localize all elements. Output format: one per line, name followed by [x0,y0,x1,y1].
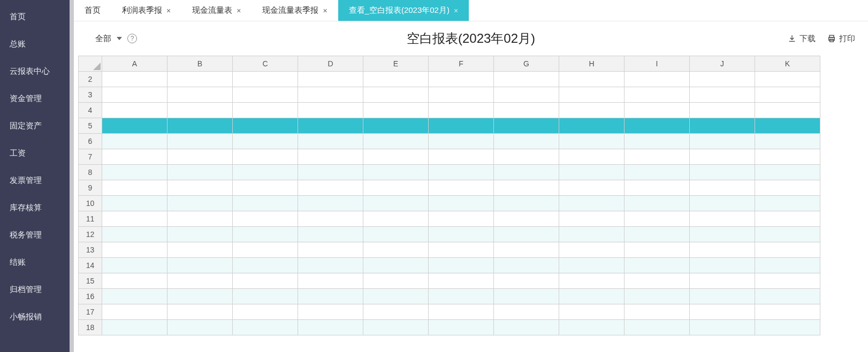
cell[interactable] [363,273,429,289]
cell[interactable] [233,196,298,211]
cell[interactable] [363,258,429,273]
cell[interactable] [233,134,298,149]
cell[interactable] [625,227,690,242]
cell[interactable] [690,180,755,196]
cell[interactable] [102,242,167,258]
row-header[interactable]: 15 [79,273,102,289]
column-header[interactable]: H [559,56,625,72]
cell[interactable] [755,304,820,320]
cell[interactable] [755,227,820,242]
cell[interactable] [559,196,625,211]
row-header[interactable]: 10 [79,196,102,211]
cell[interactable] [363,196,429,211]
cell[interactable] [429,118,494,134]
cell[interactable] [690,227,755,242]
cell[interactable] [559,118,625,134]
cell[interactable] [167,196,233,211]
tab-view-blank-report[interactable]: 查看_空白报表(2023年02月) × [338,0,469,21]
cell[interactable] [559,149,625,165]
cell[interactable] [625,72,690,87]
cell[interactable] [690,134,755,149]
cell[interactable] [167,134,233,149]
column-header[interactable]: B [167,56,233,72]
cell[interactable] [167,273,233,289]
cell[interactable] [494,258,559,273]
cell[interactable] [690,196,755,211]
close-icon[interactable]: × [323,6,327,15]
row-header[interactable]: 9 [79,180,102,196]
column-header[interactable]: I [625,56,690,72]
cell[interactable] [494,149,559,165]
cell[interactable] [429,196,494,211]
cell[interactable] [233,118,298,134]
cell[interactable] [625,211,690,227]
cell[interactable] [559,242,625,258]
cell[interactable] [690,289,755,304]
cell[interactable] [755,87,820,103]
cell[interactable] [102,87,167,103]
cell[interactable] [233,103,298,118]
sidebar-item-tax[interactable]: 税务管理 [0,221,70,249]
cell[interactable] [559,289,625,304]
cell[interactable] [690,242,755,258]
cell[interactable] [755,103,820,118]
cell[interactable] [755,72,820,87]
cell[interactable] [363,165,429,180]
cell[interactable] [755,242,820,258]
tab-cashflow[interactable]: 现金流量表 × [181,0,252,21]
cell[interactable] [167,72,233,87]
cell[interactable] [298,196,363,211]
cell[interactable] [363,149,429,165]
row-header[interactable]: 14 [79,258,102,273]
cell[interactable] [167,118,233,134]
cell[interactable] [298,273,363,289]
cell[interactable] [167,165,233,180]
cell[interactable] [429,180,494,196]
cell[interactable] [429,273,494,289]
cell[interactable] [559,103,625,118]
row-header[interactable]: 12 [79,227,102,242]
cell[interactable] [363,242,429,258]
cell[interactable] [298,180,363,196]
cell[interactable] [755,196,820,211]
sidebar-scrollbar[interactable] [70,0,74,352]
row-header[interactable]: 2 [79,72,102,87]
cell[interactable] [429,103,494,118]
cell[interactable] [102,165,167,180]
cell[interactable] [625,242,690,258]
cell[interactable] [102,134,167,149]
cell[interactable] [690,165,755,180]
cell[interactable] [625,289,690,304]
cell[interactable] [102,72,167,87]
cell[interactable] [690,273,755,289]
cell[interactable] [559,211,625,227]
sidebar-item-archive[interactable]: 归档管理 [0,276,70,303]
cell[interactable] [494,304,559,320]
row-header[interactable]: 17 [79,304,102,320]
cell[interactable] [233,211,298,227]
row-header[interactable]: 3 [79,87,102,103]
cell[interactable] [625,180,690,196]
row-header[interactable]: 7 [79,149,102,165]
cell[interactable] [625,118,690,134]
cell[interactable] [298,134,363,149]
cell[interactable] [167,320,233,335]
cell[interactable] [559,273,625,289]
cell[interactable] [625,196,690,211]
sidebar-item-ledger[interactable]: 总账 [0,30,70,58]
cell[interactable] [298,242,363,258]
cell[interactable] [167,289,233,304]
cell[interactable] [429,134,494,149]
cell[interactable] [690,320,755,335]
cell[interactable] [298,103,363,118]
row-header[interactable]: 8 [79,165,102,180]
row-header[interactable]: 13 [79,242,102,258]
row-header[interactable]: 18 [79,320,102,335]
cell[interactable] [625,273,690,289]
row-header[interactable]: 6 [79,134,102,149]
cell[interactable] [233,258,298,273]
cell[interactable] [298,149,363,165]
cell[interactable] [298,227,363,242]
cell[interactable] [233,227,298,242]
help-icon[interactable]: ? [127,34,137,43]
